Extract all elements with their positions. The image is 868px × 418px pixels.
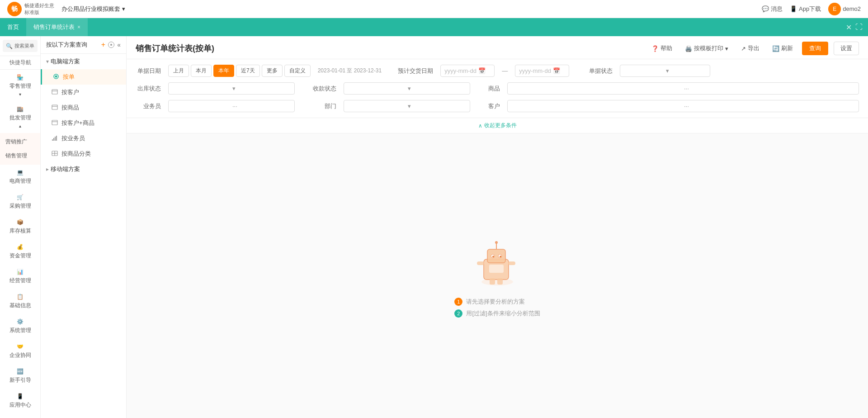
- sidebar-search: 🔍 帮助 搜索菜单: [0, 36, 40, 56]
- scheme-group-header-mobile[interactable]: ▸ 移动端方案: [41, 162, 126, 177]
- refresh-icon: 🔄: [772, 45, 779, 52]
- customer-select[interactable]: ···: [507, 100, 859, 112]
- this-year-btn[interactable]: 本年: [213, 65, 234, 77]
- scheme-group-header-pc[interactable]: ▾ 电脑端方案: [41, 54, 126, 69]
- last-month-btn[interactable]: 上月: [168, 65, 189, 77]
- scheme-icon-goods: [52, 104, 58, 112]
- export-btn[interactable]: ↗ 导出: [737, 43, 763, 54]
- delivery-start-date[interactable]: yyyy-mm-dd 📅: [440, 65, 495, 77]
- svg-point-25: [500, 256, 501, 257]
- user-menu[interactable]: E demo2: [828, 3, 861, 15]
- print-icon: 🖨️: [685, 45, 692, 52]
- sidebar-item-basic[interactable]: 📋 基础信息: [0, 289, 40, 314]
- sidebar-item-purchase[interactable]: 🛒 采购管理: [0, 190, 40, 214]
- sidebar-item-marketing[interactable]: 营销推广: [0, 135, 40, 149]
- refresh-btn[interactable]: 🔄 刷新: [769, 43, 797, 54]
- scheme-item-by-customer[interactable]: 按客户: [41, 85, 126, 100]
- sidebar-item-finance[interactable]: 💰 资金管理: [0, 239, 40, 264]
- custom-date-btn[interactable]: 自定义: [284, 65, 311, 77]
- salesperson-more-btn[interactable]: ···: [232, 103, 291, 109]
- expected-delivery-label: 预计交货日期: [398, 67, 433, 75]
- app-selector[interactable]: 办公用品行业模拟账套 ▾: [58, 3, 129, 15]
- sidebar-item-enterprise-wechat[interactable]: 💬 企业微信: [0, 413, 40, 418]
- tab-home[interactable]: 首页: [0, 18, 26, 36]
- scheme-icon-customer: [52, 89, 58, 96]
- goods-select[interactable]: ···: [507, 82, 859, 95]
- svg-rect-30: [490, 278, 495, 285]
- help-icon: ❓: [651, 45, 659, 52]
- download-btn[interactable]: 📱 App下载: [790, 5, 821, 13]
- message-btn[interactable]: 💬 消息: [762, 5, 783, 13]
- pay-arrow-icon: ▾: [408, 85, 466, 92]
- sidebar-item-operations[interactable]: 📊 经营管理: [0, 264, 40, 289]
- purchase-icon: 🛒: [17, 194, 24, 200]
- sidebar-item-inventory[interactable]: 📦 库存核算: [0, 214, 40, 239]
- svg-rect-11: [53, 138, 54, 141]
- ship-status-label: 出库状态: [136, 85, 161, 93]
- tab-current[interactable]: 销售订单统计表 ×: [26, 18, 88, 36]
- sidebar-nav-shortcut[interactable]: 快捷导航: [0, 56, 40, 70]
- group-label-pc: 电脑端方案: [51, 57, 80, 66]
- scheme-item-by-salesperson[interactable]: 按业务员: [41, 131, 126, 146]
- left-panel-header: 按以下方案查询 + «: [41, 36, 126, 54]
- collapse-panel-btn[interactable]: «: [117, 41, 121, 48]
- more-date-btn[interactable]: 更多: [262, 65, 283, 77]
- print-btn[interactable]: 🖨️ 按模板打印 ▾: [681, 43, 732, 54]
- left-panel-actions: + «: [101, 41, 121, 49]
- customer-more-btn[interactable]: ···: [684, 103, 855, 109]
- tab-fullscreen-icon[interactable]: ⛶: [855, 23, 863, 31]
- tab-close-btn[interactable]: ×: [77, 24, 80, 30]
- last-7days-btn[interactable]: 近7天: [236, 65, 260, 77]
- sidebar-item-app-center[interactable]: 📱 应用中心: [0, 389, 40, 413]
- scheme-icon-category: [52, 150, 58, 158]
- calendar-icon: 📅: [478, 67, 486, 74]
- app-selector-arrow: ▾: [122, 5, 125, 12]
- empty-hint-1: 1 请先选择要分析的方案: [454, 298, 540, 306]
- export-icon: ↗: [741, 45, 746, 52]
- date-label: 单据日期: [136, 67, 161, 75]
- main-layout: 🔍 帮助 搜索菜单 快捷导航 🏪 零售管理 ▾ 🏬 批发管理 ▴ 营销推广 销售…: [0, 36, 868, 418]
- app-name: 办公用品行业模拟账套: [61, 5, 120, 13]
- tab-close-all-icon[interactable]: ✕: [846, 23, 852, 32]
- print-arrow-icon: ▾: [725, 45, 728, 52]
- scheme-item-by-goods[interactable]: 按商品: [41, 100, 126, 115]
- sidebar-item-enterprise[interactable]: 🤝 企业协同: [0, 339, 40, 364]
- wholesale-icon: 🏬: [17, 106, 24, 112]
- user-avatar: E: [828, 3, 841, 15]
- query-btn[interactable]: 查询: [802, 42, 828, 55]
- dept-arrow-icon: ▾: [408, 103, 466, 109]
- delivery-end-date[interactable]: yyyy-mm-dd 📅: [515, 65, 569, 77]
- pay-status-select[interactable]: ▾: [344, 82, 470, 95]
- hint-num-1: 1: [454, 298, 462, 306]
- salesperson-select[interactable]: ···: [168, 100, 295, 112]
- svg-rect-12: [55, 137, 56, 141]
- settings-btn[interactable]: 设置: [834, 42, 859, 55]
- collapse-btn: ∧ 收起更多条件: [478, 122, 517, 129]
- scheme-item-by-goods-category[interactable]: 按商品分类: [41, 146, 126, 162]
- help-btn[interactable]: ❓ 帮助: [648, 43, 676, 54]
- sidebar-item-ecom[interactable]: 💻 电商管理: [0, 165, 40, 190]
- status-select[interactable]: ▾: [620, 65, 710, 77]
- sidebar-item-guide[interactable]: 🆕 新手引导: [0, 364, 40, 389]
- scheme-item-by-order[interactable]: 按单: [41, 69, 126, 85]
- sidebar-item-sales-mgmt[interactable]: 销售管理: [0, 149, 40, 163]
- ship-status-select[interactable]: ▾: [168, 82, 295, 95]
- edit-scheme-btn[interactable]: [108, 42, 114, 48]
- filter-row-2: 出库状态 ▾ 收款状态 ▾ 商品 ···: [136, 82, 859, 95]
- svg-rect-32: [489, 265, 504, 273]
- svg-rect-31: [497, 278, 503, 285]
- svg-rect-13: [56, 136, 57, 141]
- scheme-item-by-customer-goods[interactable]: 按客户+商品: [41, 115, 126, 131]
- add-scheme-btn[interactable]: +: [101, 41, 105, 49]
- collapse-bar[interactable]: ∧ 收起更多条件: [127, 118, 868, 133]
- logo-text: 畅捷通好生意 标准版: [24, 2, 54, 15]
- sidebar-item-retail[interactable]: 🏪 零售管理 ▾: [0, 70, 40, 101]
- sidebar-item-wholesale[interactable]: 🏬 批发管理 ▴: [0, 101, 40, 133]
- dept-select[interactable]: ▾: [344, 100, 470, 112]
- sidebar-item-system[interactable]: ⚙️ 系统管理: [0, 314, 40, 339]
- goods-more-btn[interactable]: ···: [684, 85, 855, 92]
- download-icon: 📱: [790, 5, 797, 12]
- svg-point-27: [495, 241, 498, 244]
- search-menu-btn[interactable]: 🔍 帮助 搜索菜单: [3, 40, 38, 52]
- this-month-btn[interactable]: 本月: [191, 65, 212, 77]
